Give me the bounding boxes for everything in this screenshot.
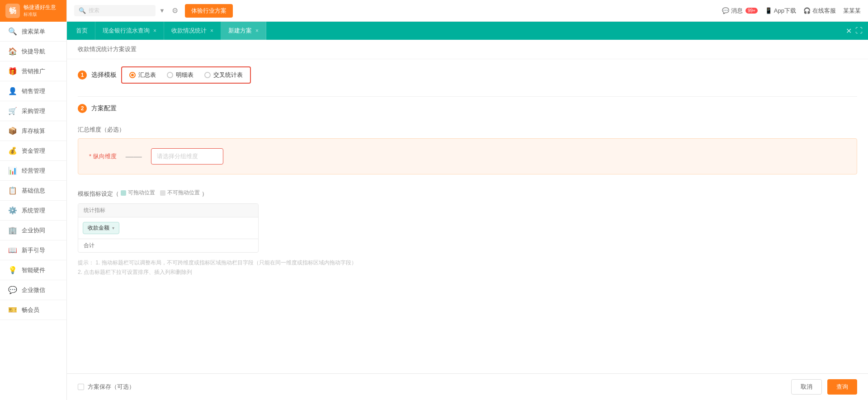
topbar: 🔍 搜索 ▼ ⚙ 体验行业方案 💬 消息 99+ 📱 App下载 🎧 在线客服 … bbox=[67, 0, 868, 22]
tab-collection-stats[interactable]: 收款情况统计 × bbox=[164, 22, 221, 40]
dim-select-box[interactable]: 请选择分组维度 bbox=[151, 148, 223, 165]
sidebar-item-search-menu[interactable]: 🔍 搜索菜单 bbox=[0, 22, 66, 42]
metrics-section: 模板指标设定（ 可拖动位置 不可拖动位置 ） 统计指标 bbox=[67, 189, 868, 253]
metrics-section-label: 统计指标 bbox=[78, 204, 258, 217]
tab-close-collection-stats[interactable]: × bbox=[210, 28, 213, 34]
save-plan-label: 方案保存（可选） bbox=[88, 383, 135, 391]
cancel-button[interactable]: 取消 bbox=[791, 379, 822, 395]
logo-text: 畅捷通好生意 标准版 bbox=[24, 4, 56, 18]
tabbar: 首页 现金银行流水查询 × 收款情况统计 × 新建方案 × ✕ ⛶ bbox=[67, 22, 868, 40]
tabbar-actions: ✕ ⛶ bbox=[840, 22, 868, 40]
chat-icon: 💬 bbox=[8, 286, 17, 294]
sidebar-item-purchase[interactable]: 🛒 采购管理 bbox=[0, 101, 66, 121]
metrics-title: 模板指标设定（ 可拖动位置 不可拖动位置 ） bbox=[78, 189, 208, 198]
metrics-tags-area: 收款金额 ▾ bbox=[78, 217, 258, 239]
save-plan-checkbox[interactable] bbox=[78, 384, 84, 390]
user-name[interactable]: 某某某 bbox=[843, 7, 861, 15]
bulb-icon: 💡 bbox=[8, 266, 17, 274]
sidebar-item-wechat[interactable]: 💬 企业微信 bbox=[0, 280, 66, 300]
content-inner: 收款情况统计方案设置 1 选择模板 汇总表 明细表 bbox=[67, 40, 868, 400]
metrics-header: 模板指标设定（ 可拖动位置 不可拖动位置 ） bbox=[78, 189, 857, 198]
step1-number: 1 bbox=[78, 71, 87, 80]
message-btn[interactable]: 💬 消息 99+ bbox=[722, 7, 758, 15]
ticket-icon: 🎫 bbox=[8, 306, 17, 314]
hint-1: 提示： 1. 拖动标题栏可以调整布局，不可跨维度或指标区域拖动栏目字段（只能在同… bbox=[78, 258, 857, 268]
sidebar-item-member[interactable]: 🎫 畅会员 bbox=[0, 300, 66, 320]
settings-gear-icon[interactable]: ⚙ bbox=[169, 5, 181, 17]
download-icon: 📱 bbox=[765, 7, 772, 14]
hint-2: 2. 点击标题栏下拉可设置排序、插入列和删除列 bbox=[78, 268, 857, 278]
sidebar-item-finance[interactable]: 💰 资金管理 bbox=[0, 141, 66, 161]
step1-header: 1 选择模板 汇总表 明细表 交叉统计表 bbox=[78, 66, 857, 84]
dimension-config: 汇总维度（必选） * 纵向维度 —— 请选择分组维度 bbox=[67, 126, 868, 182]
radio-detail-circle bbox=[167, 72, 173, 78]
step2-number: 2 bbox=[78, 104, 87, 113]
book-icon: 📖 bbox=[8, 246, 17, 254]
sidebar-item-inventory[interactable]: 📦 库存核算 bbox=[0, 121, 66, 141]
tab-close-bank-flow[interactable]: × bbox=[153, 28, 156, 34]
support-btn[interactable]: 🎧 在线客服 bbox=[803, 7, 836, 15]
metric-tag-collection-amount[interactable]: 收款金额 ▾ bbox=[83, 222, 119, 234]
tab-close-new-plan[interactable]: × bbox=[255, 28, 259, 34]
chart-icon: 📊 bbox=[8, 166, 17, 175]
radio-summary-circle bbox=[129, 72, 136, 78]
close-window-icon[interactable]: ✕ bbox=[846, 27, 852, 35]
industry-btn[interactable]: 体验行业方案 bbox=[185, 4, 233, 18]
list-icon: 📋 bbox=[8, 186, 17, 195]
metrics-grid: 统计指标 收款金额 ▾ 合计 bbox=[78, 203, 259, 253]
dropdown-icon[interactable]: ▼ bbox=[159, 7, 165, 14]
sidebar-logo: 畅 畅捷通好生意 标准版 bbox=[0, 0, 66, 22]
download-btn[interactable]: 📱 App下载 bbox=[765, 7, 796, 15]
radio-cross-circle bbox=[204, 72, 211, 78]
step2-header: 2 方案配置 bbox=[78, 104, 857, 113]
sidebar: 畅 畅捷通好生意 标准版 🔍 搜索菜单 🏠 快捷导航 🎁 营销推广 👤 销售管理… bbox=[0, 0, 67, 400]
radio-summary[interactable]: 汇总表 bbox=[129, 71, 156, 79]
template-select-row: 汇总表 明细表 交叉统计表 bbox=[121, 66, 251, 84]
vertical-dim-label: * 纵向维度 bbox=[89, 152, 117, 160]
metric-subtag-total: 合计 bbox=[78, 239, 258, 252]
search-icon: 🔍 bbox=[8, 27, 17, 36]
main-area: 🔍 搜索 ▼ ⚙ 体验行业方案 💬 消息 99+ 📱 App下载 🎧 在线客服 … bbox=[67, 0, 868, 400]
message-icon: 💬 bbox=[722, 7, 729, 14]
chevron-down-icon: ▾ bbox=[112, 226, 114, 231]
money-icon: 💰 bbox=[8, 146, 17, 155]
gear-icon: ⚙️ bbox=[8, 206, 17, 215]
breadcrumb: 收款情况统计方案设置 bbox=[67, 40, 868, 59]
topbar-left: 🔍 搜索 ▼ ⚙ 体验行业方案 bbox=[74, 4, 715, 18]
radio-cross[interactable]: 交叉统计表 bbox=[204, 71, 243, 79]
logo-icon: 畅 bbox=[5, 4, 20, 18]
sidebar-item-sys-mgmt[interactable]: ⚙️ 系统管理 bbox=[0, 201, 66, 221]
query-button[interactable]: 查询 bbox=[827, 379, 857, 395]
headset-icon: 🎧 bbox=[803, 7, 811, 14]
sidebar-item-operations[interactable]: 📊 经营管理 bbox=[0, 161, 66, 181]
search-icon: 🔍 bbox=[79, 7, 86, 14]
step1-section: 1 选择模板 汇总表 明细表 交叉统计表 bbox=[67, 59, 868, 96]
search-box[interactable]: 🔍 搜索 bbox=[74, 5, 156, 16]
radio-detail[interactable]: 明细表 bbox=[167, 71, 193, 79]
footer-right: 取消 查询 bbox=[791, 379, 857, 395]
tab-bank-flow[interactable]: 现金银行流水查询 × bbox=[95, 22, 164, 40]
expand-window-icon[interactable]: ⛶ bbox=[855, 27, 863, 35]
home-icon: 🏠 bbox=[8, 47, 17, 56]
footer: 方案保存（可选） 取消 查询 bbox=[67, 373, 868, 400]
topbar-right: 💬 消息 99+ 📱 App下载 🎧 在线客服 某某某 bbox=[722, 7, 861, 15]
sidebar-item-smart-hw[interactable]: 💡 智能硬件 bbox=[0, 260, 66, 280]
step1-title: 选择模板 bbox=[91, 71, 117, 79]
sidebar-item-enterprise[interactable]: 🏢 企业协同 bbox=[0, 221, 66, 240]
tab-new-plan[interactable]: 新建方案 × bbox=[221, 22, 266, 40]
dimension-label: 汇总维度（必选） bbox=[78, 126, 857, 134]
tab-home[interactable]: 首页 bbox=[67, 22, 95, 40]
fixed-legend-dot bbox=[160, 190, 165, 196]
step2-section: 2 方案配置 bbox=[67, 97, 868, 126]
sidebar-item-guide[interactable]: 📖 新手引导 bbox=[0, 240, 66, 260]
content-area: 收款情况统计方案设置 1 选择模板 汇总表 明细表 bbox=[67, 40, 868, 400]
sidebar-item-quick-nav[interactable]: 🏠 快捷导航 bbox=[0, 42, 66, 61]
draggable-legend-dot bbox=[121, 190, 126, 196]
sidebar-item-marketing[interactable]: 🎁 营销推广 bbox=[0, 61, 66, 81]
arrow-icon: —— bbox=[126, 152, 142, 161]
sidebar-item-sales[interactable]: 👤 销售管理 bbox=[0, 81, 66, 101]
cart-icon: 🛒 bbox=[8, 107, 17, 115]
step2-title: 方案配置 bbox=[91, 104, 117, 113]
sidebar-item-basic-info[interactable]: 📋 基础信息 bbox=[0, 181, 66, 201]
footer-left: 方案保存（可选） bbox=[78, 383, 135, 391]
